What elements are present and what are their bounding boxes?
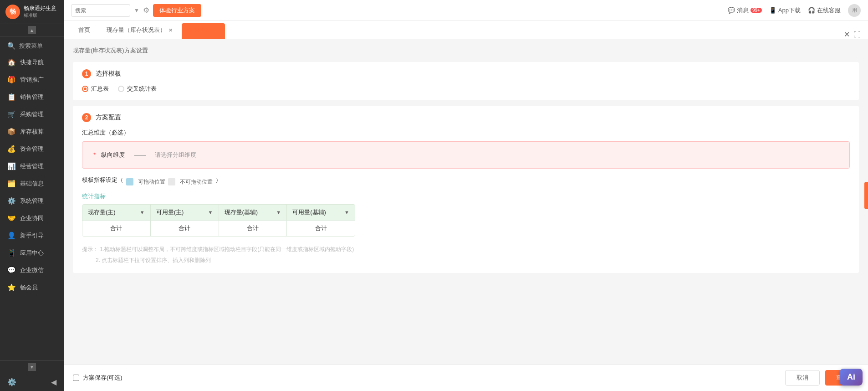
sidebar-item-contracts[interactable]: 🤝 企业协同	[0, 210, 64, 227]
hints-block: 提示： 1.拖动标题栏可以调整布局，不可跨维度或指标区域拖动栏目字段(只能在同一…	[82, 244, 850, 266]
chat-icon: 💬	[7, 266, 15, 274]
stats-col-4: 可用量(基辅) ▼ 合计	[287, 205, 355, 236]
sidebar-label-purchase: 采购管理	[20, 110, 44, 118]
gift-icon: 🎁	[7, 76, 15, 84]
messages-badge: 99+	[751, 8, 762, 13]
footer: 方案保存(可选) 取消 查询	[64, 364, 868, 391]
stats-col-4-label: 可用量(基辅)	[292, 208, 326, 216]
radio-cross-dot	[118, 86, 124, 92]
sidebar-item-marketing[interactable]: 🎁 营销推广	[0, 71, 64, 88]
save-scheme-label: 方案保存(可选)	[83, 374, 123, 382]
search-input[interactable]	[71, 4, 130, 17]
radio-cross[interactable]: 交叉统计表	[118, 85, 157, 93]
sidebar-item-finance[interactable]: 💰 资金管理	[0, 140, 64, 158]
online-service-btn[interactable]: 🎧 在线客服	[808, 6, 841, 15]
sidebar-nav: 🔍 搜索菜单 🏠 快捷导航 🎁 营销推广 📋 销售管理 🛒 采购管理 📦 库存核…	[0, 36, 64, 360]
step2-header: 2 方案配置	[82, 113, 850, 122]
app-download-btn[interactable]: 📱 App下载	[769, 6, 801, 15]
sidebar-item-inventory[interactable]: 📦 库存核算	[0, 123, 64, 140]
non-draggable-legend-text: 不可拖动位置	[180, 178, 213, 186]
sidebar-item-system[interactable]: ⚙️ 系统管理	[0, 192, 64, 210]
cart-icon: 🛒	[7, 110, 15, 118]
cancel-button[interactable]: 取消	[785, 370, 820, 386]
tab-new-scheme-close-icon[interactable]: ✕	[214, 28, 219, 34]
folder-icon: 🗂️	[7, 180, 15, 188]
stats-col-1-header: 现存量(主) ▼	[82, 205, 150, 221]
main-area: ▼ ⚙ 体验行业方案 💬 消息 99+ 📱 App下载 🎧 在线客服 用 首页	[64, 0, 868, 391]
content-area: 现存量(库存状况表)方案设置 1 选择模板 汇总表 交叉统计表 2	[64, 39, 868, 364]
ai-badge[interactable]: Ai	[840, 369, 863, 386]
sidebar-item-search-menu[interactable]: 🔍 搜索菜单	[0, 38, 64, 54]
draggable-legend-icon	[126, 178, 133, 185]
stats-col-1-label: 现存量(主)	[88, 208, 116, 216]
sidebar-label-sales: 销售管理	[20, 93, 44, 101]
stats-table-header: 现存量(主) ▼ 合计 可用量(主) ▼ 合计	[82, 205, 355, 236]
step1-card: 1 选择模板 汇总表 交叉统计表	[73, 62, 859, 100]
tab-inventory-label: 现存量（库存状况表）	[107, 26, 166, 34]
sidebar-item-purchase[interactable]: 🛒 采购管理	[0, 106, 64, 123]
stats-col-1: 现存量(主) ▼ 合计	[82, 205, 151, 236]
sidebar-item-member[interactable]: ⭐ 畅会员	[0, 279, 64, 296]
col-4-dropdown-icon[interactable]: ▼	[344, 210, 349, 215]
tab-close-icon[interactable]: ✕	[844, 30, 850, 39]
sidebar-scroll-up[interactable]: ▲	[28, 26, 36, 34]
clipboard-icon: 📋	[7, 93, 15, 101]
app-download-label: App下载	[778, 6, 801, 15]
tab-new-scheme[interactable]: 新建方案 ✕	[182, 23, 225, 39]
tab-home[interactable]: 首页	[71, 22, 97, 39]
online-service-label: 在线客服	[817, 6, 841, 15]
sidebar-item-app-center[interactable]: 📱 应用中心	[0, 244, 64, 262]
dropdown-icon[interactable]: ▼	[134, 7, 139, 14]
sidebar-footer: ⚙️ ◀	[0, 373, 64, 391]
sidebar-item-basic-info[interactable]: 🗂️ 基础信息	[0, 175, 64, 192]
step1-title: 选择模板	[96, 70, 121, 78]
stats-col-3: 现存量(基辅) ▼ 合计	[219, 205, 287, 236]
field-label: 纵向维度	[101, 151, 125, 159]
stats-col-3-header: 现存量(基辅) ▼	[219, 205, 287, 221]
topbar-left: ▼ ⚙ 体验行业方案	[71, 4, 722, 17]
settings-icon[interactable]: ⚙️	[7, 378, 16, 386]
collapse-icon[interactable]: ◀	[51, 378, 56, 386]
sidebar-label-basic-info: 基础信息	[20, 180, 44, 188]
col-3-dropdown-icon[interactable]: ▼	[276, 210, 281, 215]
sidebar-item-guide[interactable]: 👤 新手引导	[0, 227, 64, 244]
star-icon: ⭐	[7, 283, 15, 292]
sidebar-label-guide: 新手引导	[20, 232, 44, 240]
tabbar: 首页 现存量（库存状况表） ✕ 新建方案 ✕ ✕ ⛶	[64, 21, 868, 39]
sidebar-item-wechat[interactable]: 💬 企业微信	[0, 262, 64, 279]
metrics-label-text: 模板指标设定（	[82, 176, 123, 184]
field-dash: ——	[134, 152, 146, 159]
avatar[interactable]: 用	[848, 4, 861, 17]
step1-num: 1	[82, 69, 91, 78]
hint-2: 2. 点击标题栏下拉可设置排序、插入列和删除列	[82, 255, 850, 266]
stats-title: 统计指标	[82, 192, 850, 201]
mobile-icon: 📱	[7, 249, 15, 257]
summary-dimension-label: 汇总维度（必选）	[82, 129, 850, 137]
topbar-gear-icon[interactable]: ⚙	[143, 6, 149, 15]
search-icon: 🔍	[7, 42, 15, 50]
stats-col-2-cell: 合计	[151, 221, 219, 236]
sidebar-item-sales[interactable]: 📋 销售管理	[0, 88, 64, 106]
radio-summary-label: 汇总表	[91, 85, 109, 93]
col-2-dropdown-icon[interactable]: ▼	[208, 210, 213, 215]
radio-summary[interactable]: 汇总表	[82, 85, 109, 93]
tab-inventory-status[interactable]: 现存量（库存状况表） ✕	[99, 22, 180, 39]
required-star: *	[93, 151, 96, 159]
tab-inventory-close-icon[interactable]: ✕	[168, 27, 173, 33]
sidebar-item-operations[interactable]: 📊 经营管理	[0, 158, 64, 175]
stats-col-4-header: 可用量(基辅) ▼	[287, 205, 355, 221]
messages-label: 消息	[737, 6, 749, 15]
stats-col-2-label: 可用量(主)	[156, 208, 184, 216]
sidebar-scroll-down[interactable]: ▼	[28, 363, 36, 371]
sidebar-label-inventory: 库存核算	[20, 128, 44, 136]
tab-new-scheme-label: 新建方案	[188, 26, 212, 35]
messages-btn[interactable]: 💬 消息 99+	[728, 6, 762, 15]
sidebar-item-quick-nav[interactable]: 🏠 快捷导航	[0, 54, 64, 71]
tab-expand-icon[interactable]: ⛶	[853, 31, 861, 39]
tab-home-label: 首页	[78, 26, 90, 34]
save-scheme-checkbox[interactable]	[73, 375, 79, 381]
col-1-dropdown-icon[interactable]: ▼	[140, 210, 145, 215]
sidebar: 畅 畅康通好生意 标准版 ▲ 🔍 搜索菜单 🏠 快捷导航 🎁 营销推广 📋 销售…	[0, 0, 64, 391]
step2-card: 2 方案配置 汇总维度（必选） * 纵向维度 —— 请选择分组维度 模板指标设定…	[73, 106, 859, 273]
trial-btn[interactable]: 体验行业方案	[153, 4, 201, 17]
